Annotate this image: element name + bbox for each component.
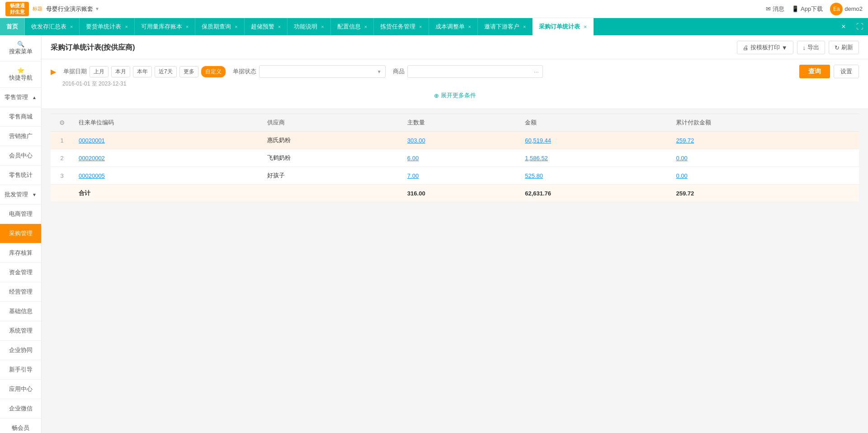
tab-function-desc-label: 功能说明: [294, 23, 317, 31]
row-1-main-qty[interactable]: 303.00: [402, 132, 519, 149]
row-2-paid-amount[interactable]: 0.00: [670, 149, 859, 167]
sidebar-item-finance[interactable]: 资金管理: [0, 263, 41, 282]
export-button[interactable]: ↓ 导出: [797, 41, 826, 54]
refresh-button[interactable]: ↻ 刷新: [829, 41, 859, 54]
tab-function-desc[interactable]: 功能说明 ×: [288, 18, 330, 35]
sidebar-item-quick-nav[interactable]: ⭐ 快捷导航: [0, 62, 41, 88]
row-2-partner-code[interactable]: 00020002: [73, 149, 262, 167]
tab-config-info-label: 配置信息: [337, 23, 361, 31]
sidebar-item-member-label: 会员中心: [4, 152, 38, 160]
filter-this-month[interactable]: 本月: [111, 66, 130, 77]
tab-expiry-query[interactable]: 保质期查询 ×: [195, 18, 244, 35]
sidebar-item-member[interactable]: 会员中心: [0, 146, 41, 166]
row-2-amount[interactable]: 1,586.52: [519, 149, 670, 167]
tab-overstock-warning-close[interactable]: ×: [278, 24, 281, 29]
tab-order-summary[interactable]: 要货单统计表 ×: [80, 18, 134, 35]
row-3-paid-amount[interactable]: 0.00: [670, 167, 859, 185]
page-title: 采购订单统计表(按供应商): [51, 43, 135, 52]
expand-more-button[interactable]: ⊕ 展开更多条件: [51, 88, 859, 103]
sidebar-item-marketing[interactable]: 营销推广: [0, 127, 41, 146]
org-selector[interactable]: 母婴行业演示账套 ▼: [46, 5, 99, 13]
row-2-no: 2: [51, 149, 73, 167]
top-bar-left: 畅捷通好生意 标题 母婴行业演示账套 ▼: [5, 2, 99, 16]
quick-nav-icon: ⭐: [17, 67, 24, 74]
sidebar-item-inventory[interactable]: 库存核算: [0, 243, 41, 263]
sidebar-item-retail-store[interactable]: 零售商城: [0, 107, 41, 127]
settings-button[interactable]: 设置: [834, 65, 859, 78]
sidebar-item-wholesale[interactable]: 批发管理 ▼: [0, 185, 41, 205]
sidebar-item-ecommerce[interactable]: 电商管理: [0, 205, 41, 224]
sidebar-item-enterprise[interactable]: 企业协同: [0, 341, 41, 360]
filter-last-7-days[interactable]: 近7天: [155, 66, 177, 77]
tab-config-info[interactable]: 配置信息 ×: [331, 18, 374, 35]
tab-available-stock[interactable]: 可用量库存账本 ×: [135, 18, 195, 35]
sidebar-item-vip-member[interactable]: 畅会员: [0, 419, 41, 433]
template-print-button[interactable]: 🖨 按模板打印 ▼: [737, 41, 793, 54]
sidebar-item-retail-stats-label: 零售统计: [4, 171, 38, 179]
sidebar-item-new-guide-label: 新手引导: [4, 366, 38, 374]
tab-config-info-close[interactable]: ×: [364, 24, 367, 29]
tab-pick-task[interactable]: 拣货任务管理 ×: [374, 18, 429, 35]
query-button[interactable]: 查询: [799, 65, 830, 78]
tab-purchase-summary-close[interactable]: ×: [584, 24, 586, 29]
filter-goods-input[interactable]: ···: [407, 65, 543, 78]
sidebar-item-new-guide[interactable]: 新手引导: [0, 360, 41, 380]
filter-last-month[interactable]: 上月: [90, 66, 108, 77]
tab-cost-adjust-close[interactable]: ×: [468, 24, 471, 29]
tab-cost-adjust[interactable]: 成本调整单 ×: [429, 18, 478, 35]
sidebar-item-app-center[interactable]: 应用中心: [0, 380, 41, 399]
tab-purchase-summary[interactable]: 采购订单统计表 ×: [533, 18, 593, 35]
tab-expiry-query-close[interactable]: ×: [235, 24, 237, 29]
filter-more[interactable]: 更多: [179, 66, 198, 77]
filter-panel: ▶ 单据日期 上月 本月 本年 近7天 更多 自定义 单据状态: [42, 59, 868, 109]
table-footer-row: 合计 316.00 62,631.76 259.72: [51, 185, 859, 202]
close-all-tabs-button[interactable]: ×: [835, 18, 852, 35]
row-3-partner-code[interactable]: 00020005: [73, 167, 262, 185]
tab-available-stock-close[interactable]: ×: [186, 24, 189, 29]
tab-home[interactable]: 首页: [0, 18, 25, 35]
tab-invite-downstream-close[interactable]: ×: [523, 24, 526, 29]
tab-function-desc-close[interactable]: ×: [321, 24, 324, 29]
footer-amount: 62,631.76: [519, 185, 670, 202]
messages-button[interactable]: ✉ 消息: [766, 5, 784, 13]
sidebar-item-search-label: 搜索菜单: [4, 48, 38, 56]
row-2-main-qty[interactable]: 6.00: [402, 149, 519, 167]
sidebar-item-retail[interactable]: 零售管理 ▲: [0, 88, 41, 107]
tab-order-summary-close[interactable]: ×: [125, 24, 127, 29]
tab-cost-adjust-label: 成本调整单: [435, 23, 465, 31]
col-settings-header[interactable]: ⚙: [51, 114, 73, 132]
sidebar-item-operations[interactable]: 经营管理: [0, 282, 41, 302]
row-3-main-qty[interactable]: 7.00: [402, 167, 519, 185]
tab-home-label: 首页: [6, 23, 18, 31]
tab-invite-downstream[interactable]: 邀请下游客户 ×: [478, 18, 533, 35]
sidebar-item-system[interactable]: 系统管理: [0, 321, 41, 341]
col-amount-header: 金额: [519, 114, 670, 132]
filter-expand-icon[interactable]: ▶: [51, 67, 56, 76]
row-3-amount[interactable]: 525.80: [519, 167, 670, 185]
filter-status-select[interactable]: ▼: [259, 65, 386, 78]
sidebar-item-basic-info-label: 基础信息: [4, 307, 38, 315]
row-1-amount[interactable]: 60,519.44: [519, 132, 670, 149]
tab-receive-send-close[interactable]: ×: [70, 24, 73, 29]
filter-right-actions: 查询 设置: [799, 65, 859, 78]
fullscreen-button[interactable]: ⛶: [852, 18, 868, 35]
filter-this-year[interactable]: 本年: [133, 66, 152, 77]
sidebar-item-retail-stats[interactable]: 零售统计: [0, 166, 41, 185]
tab-available-stock-label: 可用量库存账本: [141, 23, 182, 31]
tab-purchase-summary-label: 采购订单统计表: [539, 23, 580, 31]
filter-custom[interactable]: 自定义: [201, 66, 226, 77]
sidebar-item-search[interactable]: 🔍 搜索菜单: [0, 35, 41, 62]
tab-receive-send[interactable]: 收发存汇总表 ×: [25, 18, 80, 35]
row-1-partner-code[interactable]: 00020001: [73, 132, 262, 149]
tab-overstock-warning[interactable]: 超储预警 ×: [245, 18, 288, 35]
app-download-button[interactable]: 📱 App下载: [792, 5, 823, 13]
top-bar: 畅捷通好生意 标题 母婴行业演示账套 ▼ ✉ 消息 📱 App下载 Ea dem…: [0, 0, 868, 18]
sidebar-item-enterprise-wechat[interactable]: 企业微信: [0, 399, 41, 419]
row-1-paid-amount[interactable]: 259.72: [670, 132, 859, 149]
tab-pick-task-close[interactable]: ×: [419, 24, 422, 29]
user-avatar-button[interactable]: Ea demo2: [830, 3, 863, 15]
messages-label: 消息: [773, 5, 784, 13]
sidebar-item-purchase[interactable]: 采购管理: [0, 224, 41, 243]
sidebar-item-purchase-label: 采购管理: [4, 229, 38, 238]
sidebar-item-basic-info[interactable]: 基础信息: [0, 302, 41, 321]
